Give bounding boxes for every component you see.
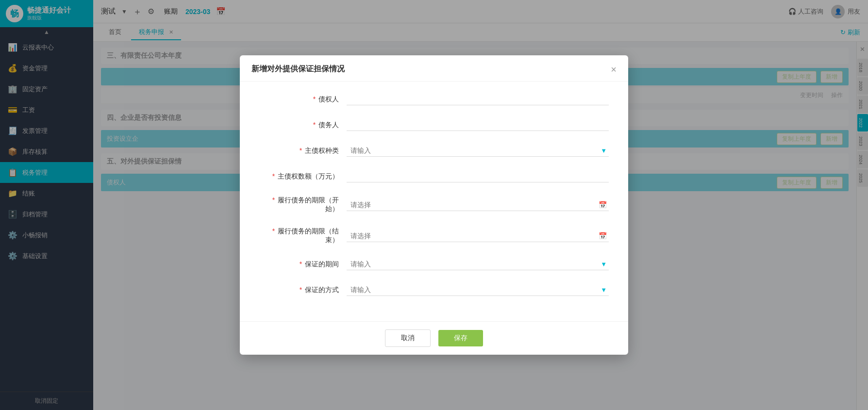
guarantee-period-input[interactable]: [347, 258, 601, 270]
period-end-label: * 履行债务的期限（结束）: [259, 227, 347, 245]
form-row-debtor: * 债务人: [259, 119, 609, 131]
guarantee-method-chevron-icon[interactable]: ▼: [601, 286, 609, 294]
period-start-input[interactable]: [347, 199, 599, 211]
form-row-guarantee-method: * 保证的方式 ▼: [259, 284, 609, 296]
period-start-label: * 履行债务的期限（开始）: [259, 196, 347, 213]
guarantee-period-chevron-icon[interactable]: ▼: [601, 261, 609, 268]
guarantee-period-select: ▼: [347, 258, 609, 270]
guarantee-method-input[interactable]: [347, 284, 601, 295]
debtor-label: * 债务人: [259, 121, 347, 130]
modal-overlay: 新增对外提供保证担保情况 × * 债权人 * 债务人: [0, 0, 868, 410]
modal-footer: 取消 保存: [240, 321, 628, 355]
guarantee-method-label: * 保证的方式: [259, 286, 347, 295]
form-row-creditor: * 债权人: [259, 93, 609, 105]
claim-type-input[interactable]: [347, 145, 601, 156]
claim-amount-label: * 主债权数额（万元）: [259, 172, 347, 181]
claim-amount-input[interactable]: [347, 170, 609, 182]
period-end-input[interactable]: [347, 230, 599, 242]
modal-dialog: 新增对外提供保证担保情况 × * 债权人 * 债务人: [240, 55, 628, 355]
save-button[interactable]: 保存: [438, 330, 483, 346]
guarantee-method-select: ▼: [347, 284, 609, 296]
modal-body: * 债权人 * 债务人 * 主债权种类: [240, 82, 628, 321]
period-start-calendar-icon[interactable]: 📅: [599, 201, 609, 209]
modal-close-button[interactable]: ×: [611, 65, 617, 74]
guarantee-period-label: * 保证的期间: [259, 260, 347, 269]
debtor-input[interactable]: [347, 119, 609, 131]
form-row-period-end: * 履行债务的期限（结束） 📅: [259, 227, 609, 245]
creditor-input[interactable]: [347, 93, 609, 105]
modal-title: 新增对外提供保证担保情况: [251, 64, 345, 74]
creditor-label: * 债权人: [259, 95, 347, 104]
form-row-claim-amount: * 主债权数额（万元）: [259, 170, 609, 182]
period-end-date: 📅: [347, 230, 609, 242]
claim-type-select: ▼: [347, 145, 609, 157]
period-end-calendar-icon[interactable]: 📅: [599, 232, 609, 240]
form-row-period-start: * 履行债务的期限（开始） 📅: [259, 196, 609, 213]
cancel-button[interactable]: 取消: [385, 329, 431, 347]
modal-header: 新增对外提供保证担保情况 ×: [240, 55, 628, 82]
claim-type-chevron-icon[interactable]: ▼: [601, 147, 609, 154]
period-start-date: 📅: [347, 199, 609, 211]
form-row-claim-type: * 主债权种类 ▼: [259, 145, 609, 157]
form-row-guarantee-period: * 保证的期间 ▼: [259, 258, 609, 270]
claim-type-label: * 主债权种类: [259, 147, 347, 155]
